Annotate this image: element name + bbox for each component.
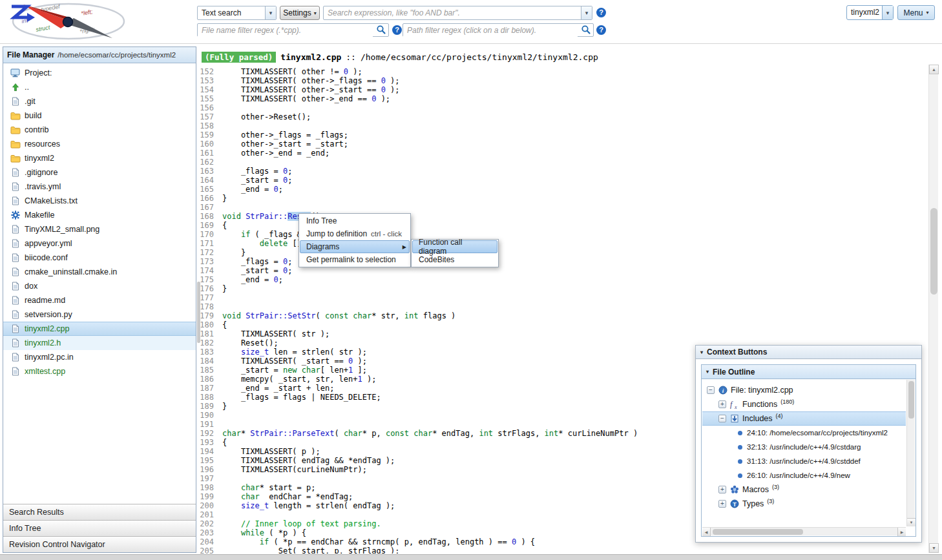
code-line-152[interactable]: 152 TIXMLASSERT( other != 0 ); <box>199 67 928 76</box>
file-tree-item-biicode-conf[interactable]: biicode.conf <box>3 251 196 265</box>
code-line-161[interactable]: 161 other->_end = _end; <box>199 149 928 158</box>
code-line-153[interactable]: 153 TIXMLASSERT( other->_flags == 0 ); <box>199 76 928 85</box>
search-type-select[interactable]: Text search ▾ <box>197 6 277 20</box>
code-line-160[interactable]: 160 other->_start = _start; <box>199 140 928 149</box>
file-tree-item-gitignore[interactable]: .gitignore <box>3 165 196 180</box>
search-help-icon[interactable]: ? <box>596 8 606 17</box>
outline-node-types[interactable]: +TTypes(3) <box>702 497 906 511</box>
editor-vertical-scrollbar[interactable]: ▲ ▼ <box>928 65 938 553</box>
file-tree-item-tinyxml2[interactable]: tinyxml2 <box>3 151 196 165</box>
workspace-select[interactable]: tinyxml2 ▾ <box>846 5 894 20</box>
code-line-165[interactable]: 165 _end = 0; <box>199 185 928 194</box>
search-type-dropdown-icon[interactable]: ▾ <box>265 6 276 19</box>
code-line-178[interactable]: 178 <box>199 302 928 311</box>
file-tree-item-git[interactable]: .git <box>3 94 196 109</box>
search-expression-input[interactable] <box>324 6 581 19</box>
settings-button[interactable]: Settings ▾ <box>280 6 320 20</box>
code-line-181[interactable]: 181 TIXMLASSERT( str ); <box>199 329 928 338</box>
expand-node-icon[interactable]: + <box>718 486 726 493</box>
menu-item-get-permalink-to-selection[interactable]: Get permalink to selection <box>300 253 410 266</box>
code-line-166[interactable]: 166} <box>199 194 928 203</box>
outline-node-includes[interactable]: −Includes(4) <box>702 411 906 426</box>
code-line-177[interactable]: 177 <box>199 293 928 302</box>
section-info-tree[interactable]: Info Tree <box>3 520 196 536</box>
context-buttons-header[interactable]: ▾ Context Buttons <box>696 346 921 359</box>
path-filter-help-icon[interactable]: ? <box>596 25 606 35</box>
code-line-164[interactable]: 164 _start = 0; <box>199 176 928 185</box>
file-tree-item-cmake-uninstall-cmake-in[interactable]: cmake_uninstall.cmake.in <box>3 265 196 279</box>
outline-include-item[interactable]: 26:10: /usr/include/c++/4.9/new <box>702 468 906 482</box>
code-line-167[interactable]: 167 <box>199 203 928 212</box>
code-line-162[interactable]: 162 <box>199 158 928 167</box>
collapse-node-icon[interactable]: − <box>707 386 715 394</box>
code-line-157[interactable]: 157 other->Reset(); <box>199 112 928 121</box>
file-tree-item-appveyor-yml[interactable]: appveyor.yml <box>3 236 196 251</box>
scrollbar-thumb[interactable] <box>908 381 914 419</box>
file-tree-item-build[interactable]: build <box>3 109 196 123</box>
scrollbar-thumb[interactable] <box>930 208 937 295</box>
code-line-205[interactable]: 205 Set( start, p, strFlags ); <box>199 546 928 554</box>
menu-item-function-call-diagram[interactable]: Function call diagram <box>412 240 497 253</box>
outline-node-macros[interactable]: +Macros(3) <box>702 482 906 497</box>
file-tree-item-xmltest-cpp[interactable]: xmltest.cpp <box>3 364 196 379</box>
code-line-156[interactable]: 156 <box>199 103 928 112</box>
section-revision-control-navigator[interactable]: Revision Control Navigator <box>3 536 196 552</box>
path-filter-search-icon[interactable] <box>581 25 591 35</box>
file-manager-header[interactable]: File Manager /home/ecsomar/cc/projects/t… <box>3 47 196 63</box>
outline-include-item[interactable]: 24:10: /home/ecsomar/cc/projects/tinyxml… <box>702 426 906 440</box>
expand-node-icon[interactable]: + <box>718 500 726 508</box>
scroll-right-arrow-icon[interactable]: ▶ <box>897 528 906 536</box>
scroll-up-arrow-icon[interactable]: ▲ <box>929 65 939 74</box>
scroll-down-arrow-icon[interactable]: ▼ <box>929 543 939 553</box>
code-line-176[interactable]: 176} <box>199 284 928 293</box>
menu-item-codebites[interactable]: CodeBites <box>412 253 497 266</box>
scrollbar-thumb[interactable] <box>713 529 803 535</box>
file-tree-item-[interactable]: .. <box>3 80 196 94</box>
code-line-174[interactable]: 174 _start = 0; <box>199 266 928 275</box>
file-filter-help-icon[interactable]: ? <box>392 25 402 35</box>
outline-include-item[interactable]: 32:13: /usr/include/c++/4.9/cstdarg <box>702 440 906 454</box>
file-tree-item-tinyxml2-small-png[interactable]: TinyXML2_small.png <box>3 222 196 236</box>
file-tree-item-contrib[interactable]: contrib <box>3 123 196 137</box>
menu-item-jump-to-definition[interactable]: Jump to definitionctrl - click <box>300 227 410 240</box>
path-filter-input[interactable] <box>403 25 578 37</box>
file-tree-item-tinyxml2-h[interactable]: tinyxml2.h <box>3 336 196 350</box>
file-outline-header[interactable]: ▾ File Outline <box>702 365 916 379</box>
outline-include-item[interactable]: 31:13: /usr/include/c++/4.9/cstddef <box>702 454 906 468</box>
scroll-down-arrow-icon[interactable]: ▼ <box>907 518 916 526</box>
section-search-results[interactable]: Search Results <box>3 504 196 520</box>
file-tree-item-travis-yml[interactable]: .travis.yml <box>3 180 196 194</box>
code-line-155[interactable]: 155 TIXMLASSERT( other->_end == 0 ); <box>199 94 928 103</box>
outline-root-file[interactable]: −iFile: tinyxml2.cpp <box>702 383 906 397</box>
expand-node-icon[interactable]: + <box>718 400 726 408</box>
menu-button[interactable]: Menu ▾ <box>897 5 935 20</box>
scroll-left-arrow-icon[interactable]: ◀ <box>702 528 711 536</box>
code-line-154[interactable]: 154 TIXMLASSERT( other->_start == 0 ); <box>199 85 928 94</box>
outline-vertical-scrollbar[interactable]: ▼ <box>906 380 915 526</box>
code-line-175[interactable]: 175 _end = 0; <box>199 275 928 284</box>
file-tree-item-cmakelists-txt[interactable]: CMakeLists.txt <box>3 194 196 208</box>
code-line-163[interactable]: 163 _flags = 0; <box>199 167 928 176</box>
menu-item-info-tree[interactable]: Info Tree <box>300 214 410 227</box>
code-line-158[interactable]: 158 <box>199 121 928 130</box>
file-tree-item-resources[interactable]: resources <box>3 137 196 151</box>
workspace-dropdown-icon[interactable]: ▾ <box>882 6 893 19</box>
file-name-filter-input[interactable] <box>198 25 373 37</box>
file-tree-item-dox[interactable]: dox <box>3 279 196 293</box>
codecompass-logo[interactable]: typedef *left; struct *right; int <box>4 2 127 41</box>
file-tree-item-project[interactable]: Project: <box>3 66 196 80</box>
file-filter-search-icon[interactable] <box>376 25 386 35</box>
collapse-node-icon[interactable]: − <box>718 415 726 422</box>
menu-item-diagrams[interactable]: Diagrams▶ <box>300 240 410 253</box>
outline-node-functions[interactable]: +fxFunctions(180) <box>702 397 906 411</box>
code-line-179[interactable]: 179void StrPair::SetStr( const char* str… <box>199 311 928 320</box>
outline-horizontal-scrollbar[interactable]: ◀ ▶ <box>702 527 906 535</box>
code-line-159[interactable]: 159 other->_flags = _flags; <box>199 130 928 140</box>
code-line-180[interactable]: 180{ <box>199 320 928 329</box>
file-tree-item-setversion-py[interactable]: setversion.py <box>3 307 196 322</box>
search-history-dropdown-icon[interactable]: ▾ <box>581 6 592 19</box>
file-tree-item-tinyxml2-cpp[interactable]: tinyxml2.cpp <box>3 322 196 336</box>
file-tree-item-makefile[interactable]: Makefile <box>3 208 196 222</box>
file-tree-item-readme-md[interactable]: readme.md <box>3 293 196 307</box>
file-tree-item-tinyxml2-pc-in[interactable]: tinyxml2.pc.in <box>3 350 196 364</box>
